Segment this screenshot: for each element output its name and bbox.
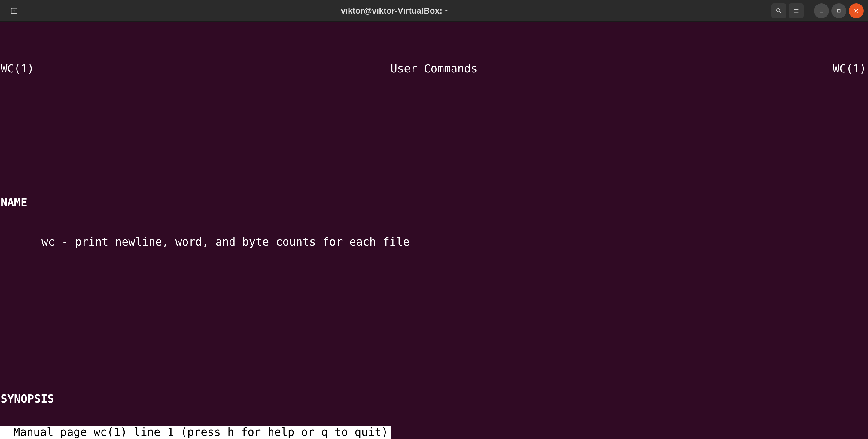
manpage-status-line[interactable]: Manual page wc(1) line 1 (press h for he… <box>0 426 391 439</box>
maximize-button[interactable] <box>831 3 846 18</box>
section-heading-synopsis: SYNOPSIS <box>1 392 868 406</box>
window-titlebar: viktor@viktor-VirtualBox: ~ <box>0 0 868 22</box>
section-heading-name: NAME <box>1 196 868 209</box>
manpage-header-left: WC(1) <box>1 62 34 76</box>
search-button[interactable] <box>771 3 786 18</box>
svg-line-4 <box>779 11 781 13</box>
svg-point-3 <box>777 8 780 12</box>
search-icon <box>775 7 782 14</box>
manpage-header-center: User Commands <box>391 62 478 76</box>
minimize-icon <box>819 8 824 13</box>
manpage-header: WC(1) User Commands WC(1) <box>0 62 868 79</box>
minimize-button[interactable] <box>814 3 829 18</box>
new-tab-button[interactable] <box>7 3 22 18</box>
hamburger-menu-button[interactable] <box>789 3 804 18</box>
new-tab-icon <box>10 7 18 15</box>
window-title: viktor@viktor-VirtualBox: ~ <box>22 6 769 16</box>
name-line: wc - print newline, word, and byte count… <box>1 235 868 249</box>
close-icon <box>854 8 859 13</box>
svg-rect-9 <box>837 9 840 12</box>
menu-icon <box>793 7 800 14</box>
manpage-header-right: WC(1) <box>833 62 866 76</box>
maximize-icon <box>836 8 841 13</box>
terminal-viewport[interactable]: WC(1) User Commands WC(1) NAME wc - prin… <box>0 22 868 439</box>
close-button[interactable] <box>849 3 864 18</box>
